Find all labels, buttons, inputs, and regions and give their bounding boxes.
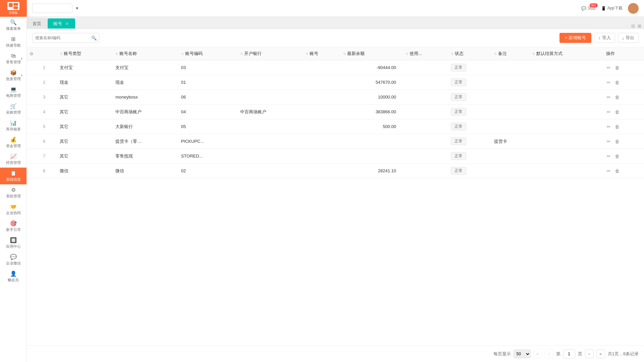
delete-btn-1[interactable]: 🗑	[614, 79, 620, 86]
first-page-btn[interactable]: «	[533, 350, 542, 358]
sidebar-item-basic-info[interactable]: 📋 基础信息	[0, 168, 26, 184]
col-index	[40, 47, 57, 60]
edit-btn-7[interactable]: ✏	[606, 168, 611, 174]
edit-btn-5[interactable]: ✏	[606, 138, 611, 145]
sort-icon-remark: ⇅	[494, 52, 497, 56]
next-page-btn[interactable]: ›	[585, 350, 594, 358]
sidebar-item-quick-nav[interactable]: ⊞ 快捷导航	[0, 34, 26, 50]
import-label: 导入	[602, 35, 611, 41]
col-remark[interactable]: ⇅ 备注	[491, 47, 530, 60]
guide-icon: 🎯	[10, 220, 17, 227]
messages-btn[interactable]: 💬 消息 99+	[581, 5, 596, 11]
table-row: 7 其它 零售抵现 STORED... 正常 ✏ 🗑	[27, 149, 644, 164]
edit-btn-0[interactable]: ✏	[606, 64, 611, 71]
cell-index-6: 7	[40, 149, 57, 164]
sort-icon-payment: ⇅	[532, 52, 535, 56]
export-btn[interactable]: ↓ 导出	[618, 33, 639, 43]
delete-btn-0[interactable]: 🗑	[614, 64, 620, 71]
edit-btn-2[interactable]: ✏	[606, 94, 611, 101]
sidebar-item-inventory[interactable]: 📊 库存核算	[0, 117, 26, 134]
delete-btn-5[interactable]: 🗑	[614, 138, 620, 145]
maximize-icon[interactable]: ⊞	[638, 23, 641, 28]
last-page-btn[interactable]: »	[596, 350, 605, 358]
col-code[interactable]: ⇅ 账号编码	[178, 47, 237, 60]
delete-btn-6[interactable]: 🗑	[614, 153, 620, 160]
col-status-label: 状态	[455, 51, 464, 57]
delete-btn-4[interactable]: 🗑	[614, 123, 620, 130]
sidebar-item-member[interactable]: 👤 畅会员	[0, 268, 26, 285]
sidebar-item-wechat[interactable]: 💬 企业微信	[0, 251, 26, 268]
tab-close-btn[interactable]: ✕	[65, 21, 69, 26]
cell-index-1: 2	[40, 75, 57, 90]
edit-btn-4[interactable]: ✏	[606, 123, 611, 130]
edit-btn-3[interactable]: ✏	[606, 109, 611, 115]
cell-name-7: 微信	[113, 164, 178, 178]
cell-balance-1: 547670.00	[340, 75, 403, 90]
col-settings[interactable]: ⚙	[27, 47, 40, 60]
prev-page-btn[interactable]: ‹	[545, 350, 553, 358]
sidebar-item-app-center[interactable]: 🔲 应用中心	[0, 235, 26, 251]
wholesale-icon: 📦	[10, 69, 17, 76]
col-usage[interactable]: ⇅ 使用...	[403, 47, 448, 60]
topbar-dropdown[interactable]: ▼	[75, 6, 79, 11]
app-download-btn[interactable]: 📱 App下载	[601, 5, 623, 11]
search-button[interactable]: 🔍	[89, 33, 99, 43]
cell-payment-4	[530, 119, 603, 134]
tab-account[interactable]: 账号 ✕	[48, 18, 75, 28]
tab-home[interactable]: 首页	[27, 18, 47, 28]
sidebar-item-retail[interactable]: 🛍 零售管理	[0, 50, 26, 67]
topbar-search-input[interactable]	[32, 4, 72, 13]
cell-account-5	[303, 134, 340, 149]
sidebar-label-quick-nav: 快捷导航	[6, 43, 21, 48]
sidebar-item-ecommerce[interactable]: 💻 电商管理	[0, 84, 26, 101]
sidebar-item-guide[interactable]: 🎯 新手引导	[0, 218, 26, 235]
cell-type-6: 其它	[57, 149, 113, 164]
account-search-input[interactable]	[33, 33, 89, 43]
col-status[interactable]: ⇅ 状态	[448, 47, 491, 60]
add-account-btn[interactable]: + 新增账号	[559, 33, 591, 43]
minimize-icon[interactable]: ⊟	[631, 23, 635, 28]
col-account[interactable]: ⇅ 账号	[303, 47, 340, 60]
col-type[interactable]: ⇅ 账号类型	[57, 47, 113, 60]
status-badge: 正常	[451, 93, 466, 101]
cell-index-7: 8	[40, 164, 57, 178]
cell-code-6: STORED...	[178, 149, 237, 164]
cell-status-2: 正常	[448, 90, 491, 105]
total-label: 共1页，8条记录	[608, 351, 639, 357]
cell-settings-1	[27, 75, 40, 90]
sidebar-item-system[interactable]: ⚙ 系统管理	[0, 184, 26, 201]
edit-btn-6[interactable]: ✏	[606, 153, 611, 160]
sidebar-item-purchase[interactable]: 🛒 采购管理	[0, 101, 26, 117]
sidebar-item-search[interactable]: 🔍 搜索菜单	[0, 17, 26, 34]
cell-bank-2	[237, 90, 303, 105]
cell-code-1: 01	[178, 75, 237, 90]
col-bank[interactable]: ⇅ 开户银行	[237, 47, 303, 60]
sidebar-item-wholesale[interactable]: 📦 批发管理	[0, 67, 26, 84]
per-page-select[interactable]: 50 100	[514, 350, 531, 358]
column-settings-icon[interactable]: ⚙	[30, 51, 34, 56]
import-btn[interactable]: ↑ 导入	[594, 33, 615, 43]
edit-btn-1[interactable]: ✏	[606, 79, 611, 86]
delete-btn-2[interactable]: 🗑	[614, 94, 620, 101]
sidebar-item-agreement[interactable]: 🤝 企业协同	[0, 201, 26, 218]
delete-btn-3[interactable]: 🗑	[614, 109, 620, 115]
delete-btn-7[interactable]: 🗑	[614, 168, 620, 174]
table-row: 3 其它 moneybosx 06 10000.00 正常 ✏ 🗑	[27, 90, 644, 105]
cell-balance-7: 28241.10	[340, 164, 403, 178]
user-avatar[interactable]	[628, 3, 639, 14]
col-type-label: 账号类型	[64, 51, 81, 57]
page-number-input[interactable]	[563, 350, 575, 358]
sort-icon-usage: ⇅	[406, 52, 408, 56]
sidebar-item-finance[interactable]: 💰 资金管理	[0, 134, 26, 151]
toolbar: 🔍 + 新增账号 ↑ 导入 ↓ 导出	[27, 29, 644, 47]
tab-bar: 首页 账号 ✕ ⊟ ⊞	[27, 17, 644, 29]
page-prefix-label: 第	[556, 351, 560, 357]
sidebar-item-operations[interactable]: 📈 经营管理	[0, 151, 26, 168]
col-balance[interactable]: ⇅ 最新余额	[340, 47, 403, 60]
table-row: 4 其它 中百商场账户 04 中百商场账户 383866.00 正常 ✏ 🗑	[27, 105, 644, 119]
sidebar-label-search: 搜索菜单	[6, 26, 21, 31]
col-name[interactable]: ⇅ 账号名称	[113, 47, 178, 60]
col-payment[interactable]: ⇅ 默认结算方式	[530, 47, 603, 60]
topbar-right: 💬 消息 99+ 📱 App下载	[581, 3, 639, 14]
cell-remark-6	[491, 149, 530, 164]
